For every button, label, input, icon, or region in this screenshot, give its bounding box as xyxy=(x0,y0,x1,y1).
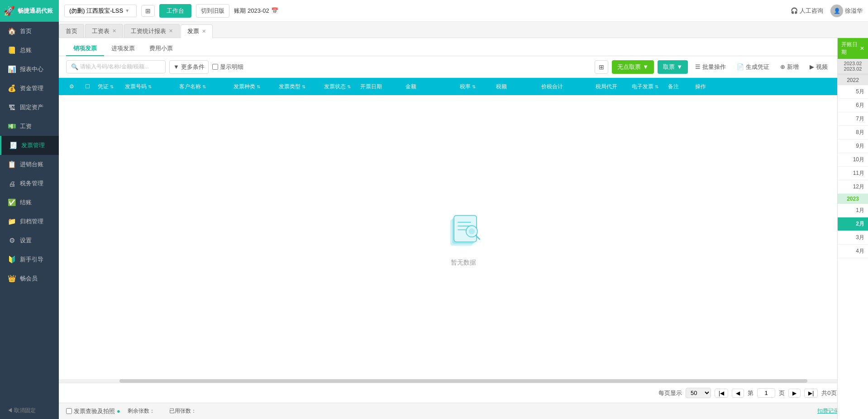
sidebar-item-general-ledger[interactable]: 📒 总账 xyxy=(0,41,59,60)
th-invoice-category[interactable]: 发票类型 ⇅ xyxy=(275,83,320,91)
chevron-down-icon: ▼ xyxy=(125,8,129,13)
cal-month-12[interactable]: 12月 xyxy=(838,180,868,194)
tab-home[interactable]: 首页 xyxy=(59,24,84,38)
show-detail-checkbox[interactable]: 显示明细 xyxy=(212,63,243,71)
sidebar-item-fixed-assets[interactable]: 🏗 固定资产 xyxy=(0,98,59,117)
grid-icon-button[interactable]: ⊞ xyxy=(595,60,608,74)
cal-month-10[interactable]: 10月 xyxy=(838,153,868,167)
support-button[interactable]: 🎧 人工咨询 xyxy=(791,7,823,15)
last-page-button[interactable]: ▶| xyxy=(804,389,818,398)
sidebar-item-report-center[interactable]: 📊 报表中心 xyxy=(0,60,59,79)
th-amount[interactable]: 金额 xyxy=(402,83,456,91)
check-verify-checkbox[interactable]: 发票查验及拍照 ● xyxy=(66,407,120,415)
sidebar-collapse[interactable]: ◀ 取消固定 xyxy=(0,402,59,419)
sidebar-item-new-guide[interactable]: 🔰 新手引导 xyxy=(0,250,59,269)
scrollbar-thumb[interactable] xyxy=(119,379,807,383)
tab-invoice[interactable]: 发票 ✕ xyxy=(181,24,213,38)
sidebar-item-invoice-mgmt[interactable]: 🧾 发票管理 xyxy=(0,136,59,155)
cal-period-2: 2023.02 xyxy=(841,66,864,72)
th-status[interactable]: 发票状态 ⇅ xyxy=(320,83,357,91)
sidebar-item-tax-mgmt[interactable]: 🖨 税务管理 xyxy=(0,174,59,193)
cal-month-5[interactable]: 5月 xyxy=(838,85,868,99)
tab-label: 工资表 xyxy=(92,27,110,35)
th-date[interactable]: 开票日期 xyxy=(357,83,402,91)
copy-button[interactable]: ⊞ xyxy=(141,5,155,17)
sidebar-item-fund-management[interactable]: 💰 资金管理 xyxy=(0,79,59,98)
sidebar-item-settlement[interactable]: ✅ 结账 xyxy=(0,193,59,212)
sort-icon: ⇅ xyxy=(472,84,476,89)
th-tax-code[interactable]: 税局代开 xyxy=(592,83,628,91)
sidebar-item-payroll[interactable]: 💵 工资 xyxy=(0,117,59,136)
toolbar-left: 🔍 请输入号码/名称/金额/税额... ▼ 更多条件 显示明细 xyxy=(66,60,591,74)
footer: 发票查验及拍照 ● 剩余张数： 已用张数： 扣费记录 去充值 xyxy=(59,403,868,419)
cal-month-9[interactable]: 9月 xyxy=(838,140,868,153)
tab-label: 工资统计报表 xyxy=(131,27,166,35)
sidebar-item-label: 首页 xyxy=(20,27,32,35)
th-customer[interactable]: 客户名称 ⇅ xyxy=(176,83,230,91)
tab-payroll-stats[interactable]: 工资统计报表 ✕ xyxy=(124,24,180,38)
first-page-button[interactable]: |◀ xyxy=(715,389,728,398)
cal-month-2023-1[interactable]: 1月 xyxy=(838,204,868,217)
accounting-period-label: 账期 xyxy=(234,7,246,15)
th-invoice-no-label: 发票号码 xyxy=(125,83,147,91)
th-tax-rate[interactable]: 税率 ⇅ xyxy=(456,83,492,91)
new-button[interactable]: ⊕ 新增 xyxy=(777,61,802,73)
th-e-invoice[interactable]: 电子发票 ⇅ xyxy=(628,83,664,91)
th-checkbox[interactable]: ☐ xyxy=(81,83,94,90)
user-profile[interactable]: 👤 徐溢华 xyxy=(830,5,863,17)
close-icon[interactable]: ✕ xyxy=(169,28,173,34)
sub-tab-purchase-invoice[interactable]: 进项发票 xyxy=(104,42,142,56)
verify-input[interactable] xyxy=(66,408,72,414)
cal-month-7[interactable]: 7月 xyxy=(838,112,868,126)
prev-page-button[interactable]: ◀ xyxy=(732,389,744,398)
page-size-select[interactable]: 50 100 200 xyxy=(686,388,711,398)
sidebar-item-home[interactable]: 🏠 首页 xyxy=(0,22,59,41)
deduction-record-link[interactable]: 扣费记录 xyxy=(817,407,839,415)
batch-ops-button[interactable]: ☰ 批量操作 xyxy=(692,61,730,73)
sub-tab-expense-receipt[interactable]: 费用小票 xyxy=(142,42,180,56)
th-voucher[interactable]: 凭证 ⇅ xyxy=(94,83,121,91)
search-input[interactable]: 🔍 请输入号码/名称/金额/税额... xyxy=(66,60,166,73)
new-label: 新增 xyxy=(787,63,799,71)
old-version-button[interactable]: 切到旧版 xyxy=(196,4,229,18)
used-label: 已用张数： xyxy=(169,407,196,415)
page-input[interactable]: 1 xyxy=(757,388,775,398)
sidebar-item-sales-ledger[interactable]: 📋 进销台账 xyxy=(0,155,59,174)
th-remark[interactable]: 备注 xyxy=(664,83,692,91)
tab-payroll-table[interactable]: 工资表 ✕ xyxy=(85,24,123,38)
th-total[interactable]: 价税合计 xyxy=(538,83,592,91)
sub-tab-sales-invoice[interactable]: 销项发票 xyxy=(66,42,104,56)
cal-month-2023-3[interactable]: 3月 xyxy=(838,231,868,245)
company-selector[interactable]: (勿删) 江西股宝-LSS ▼ xyxy=(64,5,137,17)
th-invoice-no[interactable]: 发票号码 ⇅ xyxy=(121,83,176,91)
th-invoice-type[interactable]: 发票种类 ⇅ xyxy=(230,83,275,91)
th-tax[interactable]: 税额 xyxy=(492,83,538,91)
cancel-button[interactable]: 取票 ▼ xyxy=(658,60,688,74)
no-cancel-button[interactable]: 无点取票 ▼ xyxy=(612,60,654,74)
horizontal-scrollbar[interactable] xyxy=(59,379,868,383)
cal-spacer xyxy=(838,258,868,419)
sidebar-item-membership[interactable]: 👑 畅会员 xyxy=(0,269,59,288)
generate-voucher-button[interactable]: 📄 生成凭证 xyxy=(733,61,773,73)
close-icon[interactable]: ✕ xyxy=(112,28,116,34)
next-page-button[interactable]: ▶ xyxy=(788,389,801,398)
sidebar-item-archive-mgmt[interactable]: 📁 归档管理 xyxy=(0,212,59,231)
cal-month-2023-2[interactable]: 2月 xyxy=(838,217,868,231)
generate-voucher-label: 生成凭证 xyxy=(746,63,769,71)
cal-month-2023-4[interactable]: 4月 xyxy=(838,245,868,258)
video-button[interactable]: ▶ 视频 xyxy=(806,61,831,73)
close-icon[interactable]: ✕ xyxy=(202,29,206,34)
svg-point-9 xyxy=(469,228,475,234)
more-conditions-button[interactable]: ▼ 更多条件 xyxy=(169,60,209,74)
show-detail-input[interactable] xyxy=(212,64,218,70)
work-bench-button[interactable]: 工作台 xyxy=(159,4,191,18)
cal-month-6[interactable]: 6月 xyxy=(838,99,868,112)
cal-month-8[interactable]: 8月 xyxy=(838,126,868,140)
close-panel-icon[interactable]: ✕ xyxy=(860,45,864,52)
calendar-icon: 📅 xyxy=(271,7,278,14)
sidebar-item-settings[interactable]: ⚙ 设置 xyxy=(0,231,59,250)
cal-month-11[interactable]: 11月 xyxy=(838,167,868,180)
page-label: 第 xyxy=(748,389,754,397)
th-settings[interactable]: ⚙ xyxy=(62,83,81,90)
sort-icon: ⇅ xyxy=(655,84,658,89)
